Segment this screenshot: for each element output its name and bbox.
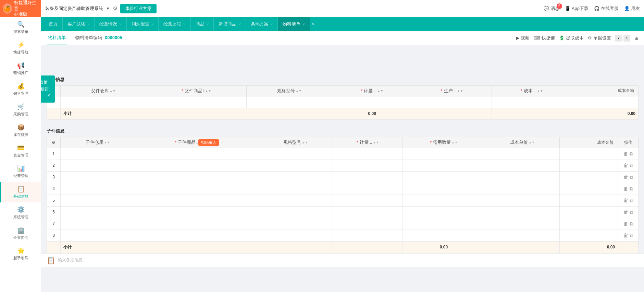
- sidebar-item-search[interactable]: 🔍 搜索菜单: [0, 17, 41, 38]
- child-unit-cost-6[interactable]: [485, 206, 560, 218]
- child-warehouse-6[interactable]: [61, 206, 135, 218]
- child-warehouse-4[interactable]: [61, 183, 135, 195]
- sidebar-item-stock[interactable]: 📦 库存核算: [0, 120, 41, 141]
- child-warehouse-8[interactable]: [61, 230, 135, 241]
- child-goods-1[interactable]: [135, 148, 258, 160]
- child-sort4[interactable]: ▲▼: [451, 141, 458, 144]
- child-unit-cost-1[interactable]: [485, 148, 560, 160]
- copy-icon-7[interactable]: ⧉: [630, 221, 633, 227]
- child-goods-6[interactable]: [135, 206, 258, 218]
- delete-icon-1[interactable]: 🗑: [623, 151, 628, 157]
- child-warehouse-5[interactable]: [61, 195, 135, 206]
- child-unit-2[interactable]: [333, 160, 402, 171]
- child-unit-cost-4[interactable]: [485, 183, 560, 195]
- parent-production-cell[interactable]: [412, 96, 492, 108]
- user-menu[interactable]: 👤 用友: [624, 5, 640, 12]
- nav-tab-goods[interactable]: 商品×: [191, 17, 214, 31]
- sidebar-item-marketing[interactable]: 📢 营销推广: [0, 58, 41, 79]
- sidebar-item-quicknav[interactable]: ⚡ 快捷导航: [0, 38, 41, 58]
- prev-page-button[interactable]: ‹: [615, 35, 622, 42]
- copy-icon-1[interactable]: ⧉: [630, 151, 633, 157]
- child-th-config[interactable]: ⚙: [47, 137, 61, 148]
- delete-icon-8[interactable]: 🗑: [623, 233, 628, 238]
- nav-tab-profit[interactable]: 利润报告×: [127, 17, 159, 31]
- tab-bom-code[interactable]: 物料清单编码 0000005: [74, 31, 124, 45]
- child-qty-1[interactable]: [402, 148, 485, 160]
- child-unit-6[interactable]: [333, 206, 402, 218]
- close-tab-bom[interactable]: ×: [302, 22, 305, 26]
- child-sort3[interactable]: ▲▼: [373, 141, 379, 144]
- note-placeholder[interactable]: 输入备注信息: [58, 257, 83, 263]
- delete-icon-7[interactable]: 🗑: [623, 221, 628, 227]
- child-qty-2[interactable]: [402, 160, 485, 171]
- sidebar-item-purchase[interactable]: 🛒 采购管理: [0, 100, 41, 120]
- tooltip-close-button[interactable]: ×: [48, 92, 50, 98]
- nav-tab-bom[interactable]: 物料清单×: [278, 17, 310, 31]
- parent-cost-cell[interactable]: [492, 96, 572, 108]
- child-goods-2[interactable]: [135, 160, 258, 171]
- delete-icon-3[interactable]: 🗑: [623, 174, 628, 180]
- close-tab-goods[interactable]: ×: [207, 22, 209, 26]
- child-spec-8[interactable]: [258, 230, 333, 241]
- nav-tab-bizstatus[interactable]: 经营情况×: [95, 17, 126, 31]
- child-goods-8[interactable]: [135, 230, 258, 241]
- close-tab-customer[interactable]: ×: [87, 22, 89, 26]
- nav-tab-home[interactable]: 首页: [44, 17, 63, 31]
- sort-icon5[interactable]: ▲▼: [457, 89, 463, 93]
- parent-warehouse-cell[interactable]: [61, 96, 146, 108]
- child-spec-7[interactable]: [258, 218, 333, 230]
- child-unit-cost-2[interactable]: [485, 160, 560, 171]
- sidebar-item-corp[interactable]: 🏢 企业协同: [0, 223, 41, 244]
- message-button[interactable]: 💬 消息 6: [544, 5, 559, 12]
- app-download-button[interactable]: 📱 App下载: [565, 5, 589, 12]
- sort-icon[interactable]: ▲▼: [110, 89, 116, 93]
- nav-tab-bizhistory[interactable]: 经营历程×: [159, 17, 190, 31]
- sidebar-item-basic[interactable]: 📋 基础信息: [0, 182, 41, 202]
- delete-icon-2[interactable]: 🗑: [623, 163, 628, 168]
- bill-settings-button[interactable]: ⚙ 单据设置: [588, 35, 611, 41]
- nav-tab-addgoods[interactable]: 新增商品×: [214, 17, 246, 31]
- sort-icon6[interactable]: ▲▼: [537, 89, 543, 93]
- delete-icon-6[interactable]: 🗑: [623, 209, 628, 215]
- nav-tab-customer[interactable]: 客户联络×: [63, 17, 95, 31]
- child-unit-7[interactable]: [333, 218, 402, 230]
- sort-icon4[interactable]: ▲▼: [377, 89, 383, 93]
- child-sort2[interactable]: ▲▼: [302, 141, 308, 144]
- child-unit-cost-5[interactable]: [485, 195, 560, 206]
- child-unit-cost-3[interactable]: [485, 171, 560, 183]
- child-warehouse-1[interactable]: [61, 148, 135, 160]
- next-page-button[interactable]: ›: [623, 35, 630, 42]
- close-tab-bizstatus[interactable]: ×: [119, 22, 121, 26]
- close-all-tabs-button[interactable]: ×: [311, 21, 314, 27]
- child-unit-4[interactable]: [333, 183, 402, 195]
- child-qty-5[interactable]: [402, 195, 485, 206]
- child-qty-8[interactable]: [402, 230, 485, 241]
- close-tab-bizhistory[interactable]: ×: [183, 22, 185, 26]
- copy-icon-3[interactable]: ⧉: [630, 174, 633, 180]
- child-qty-6[interactable]: [402, 206, 485, 218]
- sidebar-item-ops[interactable]: 📊 经营管理: [0, 161, 41, 182]
- copy-icon-2[interactable]: ⧉: [630, 163, 633, 168]
- child-goods-4[interactable]: [135, 183, 258, 195]
- child-qty-4[interactable]: [402, 183, 485, 195]
- child-sort1[interactable]: ▲▼: [104, 141, 110, 144]
- child-unit-cost-8[interactable]: [485, 230, 560, 241]
- sort-icon3[interactable]: ▲▼: [296, 89, 302, 93]
- child-unit-cost-7[interactable]: [485, 218, 560, 230]
- nav-tab-barcode[interactable]: 条码方案×: [246, 17, 278, 31]
- child-sort5[interactable]: ▲▼: [529, 141, 535, 144]
- child-spec-6[interactable]: [258, 206, 333, 218]
- system-dropdown[interactable]: ▼: [106, 6, 110, 11]
- sidebar-item-system[interactable]: ⚙️ 系统管理: [0, 202, 41, 223]
- copy-icon-5[interactable]: ⧉: [630, 198, 633, 203]
- child-warehouse-3[interactable]: [61, 171, 135, 183]
- sort-icon2[interactable]: ▲▼: [205, 89, 211, 93]
- video-button[interactable]: ▶ 视频: [516, 35, 530, 41]
- child-unit-1[interactable]: [333, 148, 402, 160]
- parent-unit-cell[interactable]: [332, 96, 412, 108]
- gear-icon[interactable]: ⚙: [113, 5, 117, 12]
- child-qty-7[interactable]: [402, 218, 485, 230]
- sidebar-item-guide[interactable]: 🌟 新手引导: [0, 244, 41, 264]
- sidebar-item-finance[interactable]: 💳 资金管理: [0, 141, 41, 161]
- extract-cost-button[interactable]: 💲 提取成本: [559, 35, 584, 41]
